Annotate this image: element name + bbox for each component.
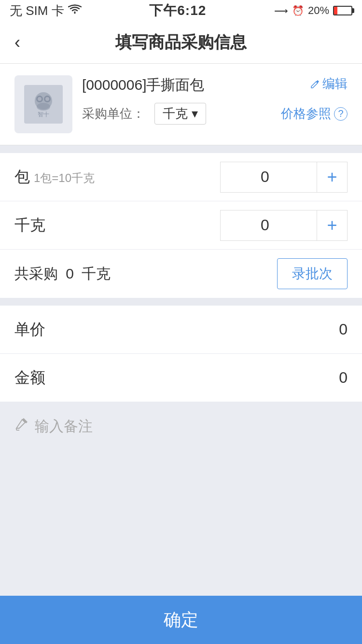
battery-pct: 20% xyxy=(308,4,329,17)
kg-plus-button[interactable]: + xyxy=(317,210,348,241)
svg-point-5 xyxy=(37,103,50,111)
bag-quantity-input[interactable] xyxy=(220,162,317,193)
info-icon: ? xyxy=(334,107,348,121)
product-info: [0000006]手撕面包 编辑 采购单位： 千克 ▾ xyxy=(82,75,348,125)
chevron-down-icon: ▾ xyxy=(192,106,198,121)
nav-bar: ‹ 填写商品采购信息 xyxy=(0,21,362,64)
product-name: [0000006]手撕面包 xyxy=(82,75,204,95)
svg-text:智十: 智十 xyxy=(38,111,49,118)
status-bar: 无 SIM 卡 下午6:12 ⟶ ⏰ 20% xyxy=(0,0,362,21)
battery-icon xyxy=(333,4,352,17)
kg-quantity-input[interactable] xyxy=(220,210,317,241)
bag-input-row: 包1包=10千克 + xyxy=(0,153,362,201)
bag-label: 包1包=10千克 xyxy=(14,167,220,188)
bag-sub: 1包=10千克 xyxy=(34,171,95,184)
kg-input-control: + xyxy=(220,210,348,241)
notes-section[interactable]: 输入备注 xyxy=(0,402,362,489)
wifi-icon xyxy=(68,3,82,18)
pencil-icon xyxy=(14,418,28,434)
price-ref-link[interactable]: 价格参照 ? xyxy=(281,105,348,122)
confirm-label: 确定 xyxy=(164,608,198,632)
status-left: 无 SIM 卡 xyxy=(10,2,82,19)
bag-plus-button[interactable]: + xyxy=(317,162,348,193)
bag-input-control: + xyxy=(220,162,348,193)
amount-row: 金额 0 xyxy=(0,354,362,402)
amount-value: 0 xyxy=(339,369,348,387)
status-right: ⟶ ⏰ 20% xyxy=(274,4,352,17)
amount-label: 金额 xyxy=(14,367,45,389)
product-image: 智十 xyxy=(14,75,72,133)
notes-placeholder: 输入备注 xyxy=(35,417,93,436)
product-thumbnail: 智十 xyxy=(27,87,60,121)
unit-select[interactable]: 千克 ▾ xyxy=(154,103,206,125)
sim-label: 无 SIM 卡 xyxy=(10,2,64,19)
confirm-section[interactable]: 确定 xyxy=(0,596,362,644)
summary-text: 共采购 0 千克 xyxy=(14,264,111,284)
unit-price-value: 0 xyxy=(339,321,348,338)
summary-amount: 0 xyxy=(66,266,74,281)
product-card: 智十 [0000006]手撕面包 编辑 采购单位： 千 xyxy=(0,64,362,145)
kg-label: 千克 xyxy=(14,215,220,236)
section-divider-2 xyxy=(0,298,362,306)
page-title: 填写商品采购信息 xyxy=(115,31,247,54)
summary-row: 共采购 0 千克 录批次 xyxy=(0,250,362,298)
unit-price-row: 单价 0 xyxy=(0,306,362,354)
svg-point-3 xyxy=(38,97,42,101)
price-section: 单价 0 金额 0 xyxy=(0,306,362,402)
svg-point-4 xyxy=(45,97,49,101)
alarm-icon: ⏰ xyxy=(292,5,304,16)
edit-link[interactable]: 编辑 xyxy=(310,75,348,92)
unit-label: 采购单位： xyxy=(82,105,145,122)
kg-input-row: 千克 + xyxy=(0,201,362,250)
location-icon: ⟶ xyxy=(274,5,288,16)
status-time: 下午6:12 xyxy=(149,1,206,20)
section-divider-1 xyxy=(0,145,362,153)
edit-icon xyxy=(310,79,320,89)
unit-price-label: 单价 xyxy=(14,319,45,340)
batch-button[interactable]: 录批次 xyxy=(277,258,348,289)
input-section: 包1包=10千克 + 千克 + xyxy=(0,153,362,250)
back-button[interactable]: ‹ xyxy=(14,34,20,51)
